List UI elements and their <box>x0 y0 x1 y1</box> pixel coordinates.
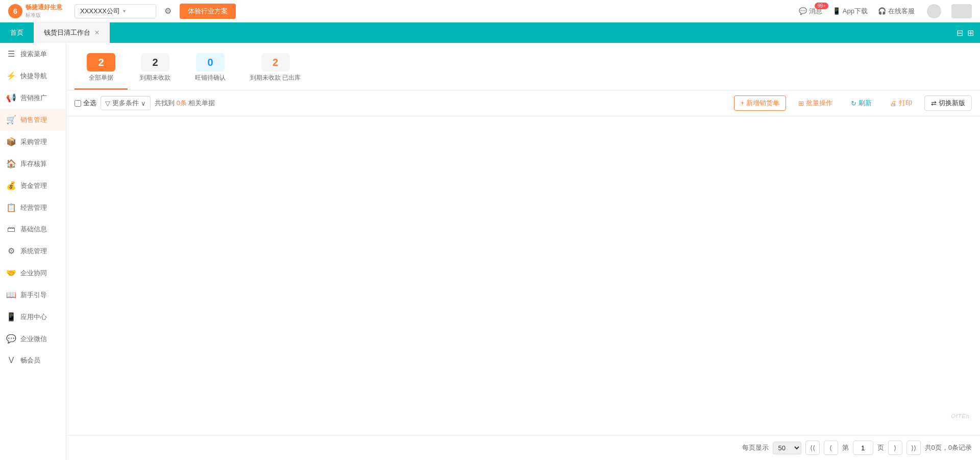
system-icon: ⚙ <box>6 246 16 256</box>
sidebar-item-search[interactable]: ☰ 搜索菜单 <box>0 43 66 65</box>
enterprise-icon: 🤝 <box>6 268 16 278</box>
basic-info-icon: 🗃 <box>6 225 16 234</box>
sidebar-enterprise-label: 企业协同 <box>20 269 47 278</box>
tab-minimize-button[interactable]: ⊟ <box>957 28 963 38</box>
per-page-label: 每页显示 <box>742 443 769 452</box>
found-count: 0条 <box>177 99 187 107</box>
sidebar-inventory-label: 库存核算 <box>20 159 47 168</box>
sidebar-app-center-label: 应用中心 <box>20 312 47 322</box>
message-badge: 99+ <box>815 3 828 9</box>
sidebar-member-label: 畅会员 <box>20 356 40 365</box>
message-icon: 💬 <box>799 7 807 15</box>
main-content: 2 全部单据 2 到期未收款 0 旺铺待确认 2 到期未收款 已出库 全选 <box>66 43 980 460</box>
wechat-icon: 💬 <box>6 334 16 344</box>
refresh-label: 刷新 <box>859 99 872 108</box>
avatar[interactable] <box>927 4 941 18</box>
online-service-button[interactable]: 🎧 在线客服 <box>878 7 915 16</box>
stat-tab-shipped[interactable]: 2 到期未收款 已出库 <box>238 49 313 90</box>
app-download-button[interactable]: 📱 App下载 <box>832 7 868 16</box>
prev-page-button[interactable]: ⟨ <box>824 441 838 455</box>
toolbar-left: 全选 ▽ 更多条件 ∨ 共找到 0条 相关单据 <box>75 96 728 110</box>
logo-badge: 标准版 <box>26 12 62 19</box>
switch-version-button[interactable]: ⇄ 切换新版 <box>924 95 972 111</box>
sidebar-item-system[interactable]: ⚙ 系统管理 <box>0 240 66 262</box>
user-panel[interactable] <box>951 4 972 18</box>
more-filter-button[interactable]: ▽ 更多条件 ∨ <box>101 96 151 110</box>
sidebar-search-label: 搜索菜单 <box>20 50 47 59</box>
sidebar-item-guide[interactable]: 📖 新手引导 <box>0 284 66 306</box>
sidebar-item-purchase[interactable]: 📦 采购管理 <box>0 131 66 153</box>
sidebar-item-wechat[interactable]: 💬 企业微信 <box>0 328 66 350</box>
stat-tab-overdue[interactable]: 2 到期未收款 <box>128 49 183 90</box>
select-all-input[interactable] <box>75 100 81 107</box>
sidebar-item-operation[interactable]: 📋 经营管理 <box>0 197 66 219</box>
tab-workbench[interactable]: 钱货日清工作台 ✕ <box>34 22 110 43</box>
batch-label: 批量操作 <box>806 99 832 108</box>
first-page-button[interactable]: ⟨⟨ <box>805 441 820 455</box>
batch-operation-button[interactable]: ⊞ 批量操作 <box>792 96 839 110</box>
settings-button[interactable]: ⚙ <box>162 4 174 18</box>
sales-icon: 🛒 <box>6 115 16 125</box>
sidebar-item-member[interactable]: V 畅会员 <box>0 350 66 371</box>
stat-number-pending: 0 <box>196 53 225 71</box>
sidebar-item-finance[interactable]: 💰 资金管理 <box>0 175 66 197</box>
chevron-down-icon: ▾ <box>123 8 126 14</box>
stat-tab-pending[interactable]: 0 旺铺待确认 <box>183 49 238 90</box>
stat-number-overdue: 2 <box>141 53 169 71</box>
print-label: 打印 <box>899 99 912 108</box>
brand-watermark: OfTEn <box>951 413 970 419</box>
stat-label-shipped: 到期未收款 已出库 <box>250 74 301 82</box>
main-layout: ☰ 搜索菜单 ⚡ 快捷导航 📢 营销推广 🛒 销售管理 📦 采购管理 🏠 库存核… <box>0 43 980 460</box>
sidebar-sales-label: 销售管理 <box>20 115 47 125</box>
sidebar-purchase-label: 采购管理 <box>20 137 47 147</box>
last-page-button[interactable]: ⟩⟩ <box>906 441 921 455</box>
trial-button[interactable]: 体验行业方案 <box>180 4 236 19</box>
toolbar: 全选 ▽ 更多条件 ∨ 共找到 0条 相关单据 + 新增销货单 ⊞ 批量操作 <box>66 90 980 116</box>
refresh-icon: ↻ <box>851 100 856 107</box>
tab-home[interactable]: 首页 <box>0 22 34 43</box>
tab-home-label: 首页 <box>10 28 23 37</box>
download-icon: 📱 <box>832 7 841 15</box>
sidebar-item-inventory[interactable]: 🏠 库存核算 <box>0 153 66 175</box>
message-button[interactable]: 💬 消息 99+ <box>799 7 822 16</box>
guide-icon: 📖 <box>6 290 16 300</box>
tab-close-button[interactable]: ✕ <box>94 29 100 36</box>
sidebar-item-basic-info[interactable]: 🗃 基础信息 <box>0 219 66 240</box>
next-page-button[interactable]: ⟩ <box>888 441 902 455</box>
stat-label-all: 全部单据 <box>89 74 113 82</box>
select-all-checkbox[interactable]: 全选 <box>75 99 96 108</box>
stat-label-overdue: 到期未收款 <box>140 74 170 82</box>
refresh-button[interactable]: ↻ 刷新 <box>845 96 878 110</box>
quick-nav-icon: ⚡ <box>6 71 16 81</box>
page-label: 第 <box>842 443 849 452</box>
search-menu-icon: ☰ <box>6 49 16 59</box>
service-icon: 🎧 <box>878 7 886 15</box>
new-sales-order-button[interactable]: + 新增销货单 <box>734 95 786 111</box>
stats-tabs: 2 全部单据 2 到期未收款 0 旺铺待确认 2 到期未收款 已出库 <box>66 43 980 90</box>
stat-label-pending: 旺铺待确认 <box>195 74 226 82</box>
sidebar-item-marketing[interactable]: 📢 营销推广 <box>0 87 66 109</box>
tab-actions: ⊟ ⊞ <box>957 28 980 38</box>
stat-number-shipped: 2 <box>261 53 290 71</box>
sidebar-item-app-center[interactable]: 📱 应用中心 <box>0 306 66 328</box>
company-selector[interactable]: XXXXXX公司 ▾ <box>75 4 156 18</box>
sidebar-item-sales[interactable]: 🛒 销售管理 <box>0 109 66 131</box>
header-right: 💬 消息 99+ 📱 App下载 🎧 在线客服 <box>799 4 972 18</box>
pagination-bar: 每页显示 50 100 200 ⟨⟨ ⟨ 第 页 ⟩ ⟩⟩ 共0页，0条记录 <box>66 435 980 460</box>
app-center-icon: 📱 <box>6 312 16 322</box>
found-text: 共找到 0条 相关单据 <box>155 99 215 108</box>
sidebar-item-quick-nav[interactable]: ⚡ 快捷导航 <box>0 65 66 87</box>
stat-tab-all[interactable]: 2 全部单据 <box>75 49 128 90</box>
company-name: XXXXXX公司 <box>80 7 120 16</box>
table-area <box>66 116 980 435</box>
per-page-select[interactable]: 50 100 200 <box>773 442 801 454</box>
sidebar-system-label: 系统管理 <box>20 247 47 256</box>
page-input[interactable] <box>853 441 873 455</box>
operation-icon: 📋 <box>6 203 16 212</box>
print-button[interactable]: 🖨 打印 <box>884 96 918 110</box>
sidebar-item-enterprise[interactable]: 🤝 企业协同 <box>0 262 66 284</box>
print-icon: 🖨 <box>890 100 897 107</box>
tab-expand-button[interactable]: ⊞ <box>967 28 974 38</box>
total-text: 共0页，0条记录 <box>925 443 972 452</box>
app-download-label: App下载 <box>843 7 868 16</box>
